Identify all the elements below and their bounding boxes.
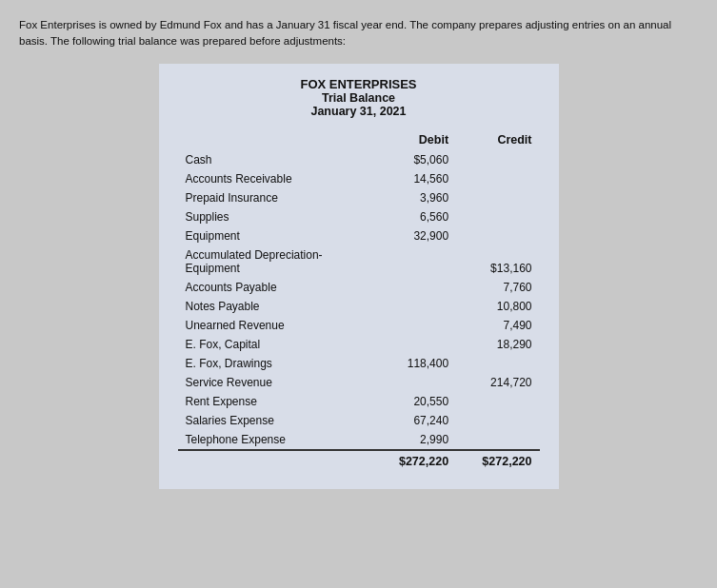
debit-cell: [377, 373, 457, 392]
account-cell: Accumulated Depreciation-Equipment: [178, 245, 377, 278]
total-debit: $272,220: [377, 450, 457, 472]
credit-cell: 18,290: [456, 335, 539, 354]
credit-cell: [456, 226, 539, 245]
account-cell: Salaries Expense: [178, 411, 377, 430]
account-cell: Prepaid Insurance: [178, 188, 377, 207]
company-name: FOX ENTERPRISES: [178, 77, 540, 91]
table-row: Accounts Payable7,760: [178, 278, 540, 297]
credit-cell: 10,800: [456, 297, 539, 316]
debit-header: Debit: [377, 129, 457, 150]
debit-cell: [377, 316, 457, 335]
account-cell: Rent Expense: [178, 392, 377, 411]
debit-cell: 6,560: [377, 207, 457, 226]
table-row: Telephone Expense2,990: [178, 430, 540, 450]
debit-cell: 2,990: [377, 430, 457, 450]
trial-balance-table: Debit Credit Cash$5,060Accounts Receivab…: [178, 129, 540, 472]
table-row: Notes Payable10,800: [178, 297, 540, 316]
credit-cell: $13,160: [456, 245, 539, 278]
debit-cell: $5,060: [377, 150, 457, 169]
credit-cell: [456, 207, 539, 226]
account-cell: Supplies: [178, 207, 377, 226]
account-cell: Equipment: [178, 226, 377, 245]
debit-cell: [377, 297, 457, 316]
credit-cell: 7,760: [456, 278, 539, 297]
credit-cell: [456, 169, 539, 188]
credit-cell: [456, 411, 539, 430]
credit-header: Credit: [456, 129, 539, 150]
page-wrapper: Fox Enterprises is owned by Edmund Fox a…: [19, 17, 698, 489]
debit-cell: 20,550: [377, 392, 457, 411]
account-cell: Accounts Receivable: [178, 169, 377, 188]
table-row: Accounts Receivable14,560: [178, 169, 540, 188]
table-row: Service Revenue214,720: [178, 373, 540, 392]
debit-cell: 14,560: [377, 169, 457, 188]
table-row: E. Fox, Capital18,290: [178, 335, 540, 354]
debit-cell: 32,900: [377, 226, 457, 245]
credit-cell: [456, 150, 539, 169]
intro-paragraph: Fox Enterprises is owned by Edmund Fox a…: [19, 17, 698, 50]
date-label: January 31, 2021: [178, 105, 540, 118]
account-cell: Telephone Expense: [178, 430, 377, 450]
company-header: FOX ENTERPRISES Trial Balance January 31…: [178, 77, 540, 118]
debit-cell: [377, 245, 457, 278]
debit-cell: 67,240: [377, 411, 457, 430]
debit-cell: 3,960: [377, 188, 457, 207]
table-row: Cash$5,060: [178, 150, 540, 169]
credit-cell: [456, 188, 539, 207]
account-cell: Cash: [178, 150, 377, 169]
table-row: Supplies6,560: [178, 207, 540, 226]
table-row: Salaries Expense67,240: [178, 411, 540, 430]
account-cell: Unearned Revenue: [178, 316, 377, 335]
total-credit: $272,220: [456, 450, 539, 472]
credit-cell: 7,490: [456, 316, 539, 335]
account-cell: Accounts Payable: [178, 278, 377, 297]
debit-cell: 118,400: [377, 354, 457, 373]
credit-cell: 214,720: [456, 373, 539, 392]
account-cell: Service Revenue: [178, 373, 377, 392]
table-row: Rent Expense20,550: [178, 392, 540, 411]
credit-cell: [456, 430, 539, 450]
debit-cell: [377, 335, 457, 354]
table-row: E. Fox, Drawings118,400: [178, 354, 540, 373]
account-cell: E. Fox, Capital: [178, 335, 377, 354]
table-row: Accumulated Depreciation-Equipment$13,16…: [178, 245, 540, 278]
trial-balance-label: Trial Balance: [178, 91, 540, 105]
account-cell: E. Fox, Drawings: [178, 354, 377, 373]
table-row: Equipment32,900: [178, 226, 540, 245]
table-row: Unearned Revenue7,490: [178, 316, 540, 335]
credit-cell: [456, 392, 539, 411]
debit-cell: [377, 278, 457, 297]
table-row: Prepaid Insurance3,960: [178, 188, 540, 207]
account-header: [178, 129, 377, 150]
trial-balance-container: FOX ENTERPRISES Trial Balance January 31…: [159, 64, 559, 489]
account-cell: Notes Payable: [178, 297, 377, 316]
credit-cell: [456, 354, 539, 373]
totals-label: [178, 450, 377, 472]
